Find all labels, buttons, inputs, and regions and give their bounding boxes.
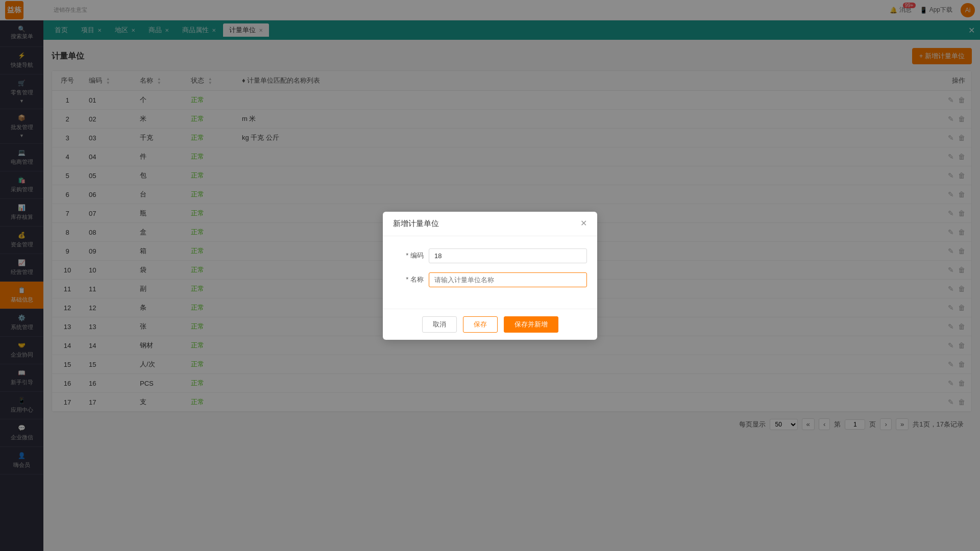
form-name-label: * 名称 <box>393 275 424 284</box>
modal-body: * 编码 * 名称 <box>383 236 597 309</box>
name-input[interactable] <box>429 272 587 287</box>
form-row-name: * 名称 <box>393 272 587 287</box>
code-input[interactable] <box>429 248 587 263</box>
modal-overlay[interactable]: 新增计量单位 ✕ * 编码 * 名称 取消 保存 保存并新增 <box>0 0 980 551</box>
form-row-code: * 编码 <box>393 248 587 263</box>
modal-header: 新增计量单位 ✕ <box>383 212 597 236</box>
add-unit-modal: 新增计量单位 ✕ * 编码 * 名称 取消 保存 保存并新增 <box>383 212 597 340</box>
modal-close-btn[interactable]: ✕ <box>580 219 587 228</box>
save-new-button[interactable]: 保存并新增 <box>504 316 558 333</box>
modal-footer: 取消 保存 保存并新增 <box>383 309 597 340</box>
save-button[interactable]: 保存 <box>463 316 498 333</box>
modal-title: 新增计量单位 <box>393 219 439 229</box>
form-code-label: * 编码 <box>393 251 424 260</box>
cancel-button[interactable]: 取消 <box>422 316 457 333</box>
